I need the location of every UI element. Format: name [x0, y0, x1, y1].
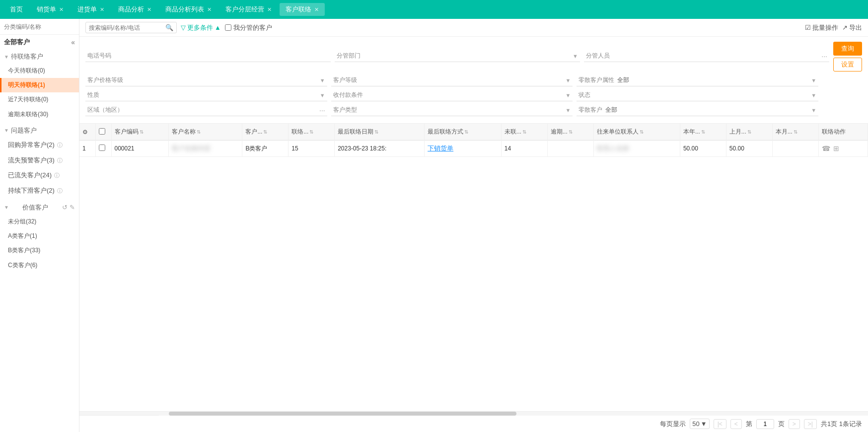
row-this-year: 50.00	[680, 141, 726, 157]
filter-group-3a: 性质 ▼	[85, 89, 327, 101]
sidebar-item-abnormal[interactable]: 回购异常客户(2) ⓘ	[0, 138, 79, 153]
filter-row-3: 性质 ▼ 收付款条件 ▼ 状态 ▼	[85, 89, 862, 101]
grid-action-icon[interactable]: ⊞	[833, 144, 839, 152]
col-gear[interactable]: ⚙	[79, 124, 95, 141]
filter-customer-level[interactable]: 客户等级 ▼	[331, 74, 573, 86]
next-page-btn[interactable]: >	[789, 419, 800, 429]
search-input[interactable]	[89, 24, 163, 31]
sort-icon-last-month[interactable]: ⇅	[747, 129, 751, 135]
batch-op-btn[interactable]: ☑ 批量操作	[805, 23, 838, 32]
filter-group-3c: 状态 ▼	[577, 89, 818, 101]
sidebar-item-lost[interactable]: 已流失客户(24) ⓘ	[0, 168, 79, 183]
sort-icon-not-contacted[interactable]: ⇅	[522, 129, 526, 135]
my-customers-check[interactable]	[225, 24, 231, 31]
last-page-btn[interactable]: >|	[804, 419, 817, 429]
info-icon-lost-warning: ⓘ	[57, 157, 63, 163]
edit-icon[interactable]: ✎	[70, 204, 75, 211]
row-action: ☎ ⊞	[818, 141, 868, 157]
sort-icon-name[interactable]: ⇅	[197, 129, 201, 135]
sort-icon-code[interactable]: ⇅	[140, 129, 144, 135]
sidebar-item-b-class[interactable]: B类客户(33)	[0, 243, 79, 258]
filter-retail[interactable]: 零散客户 全部 ▼	[577, 104, 818, 116]
filter-payment[interactable]: 收付款条件 ▼	[331, 89, 573, 101]
nav-customer-tier[interactable]: 客户分层经营 ✕	[219, 3, 278, 16]
scrollbar-thumb[interactable]	[169, 412, 516, 416]
nav-sales[interactable]: 销货单 ✕	[31, 3, 70, 16]
nav-home[interactable]: 首页	[4, 3, 29, 16]
sort-icon-this-year[interactable]: ⇅	[701, 129, 705, 135]
nav-close-customer-contact[interactable]: ✕	[314, 6, 319, 13]
nav-product-analysis[interactable]: 商品分析 ✕	[112, 3, 157, 16]
my-customers-checkbox[interactable]: 我分管的客户	[225, 23, 272, 32]
sidebar-item-lost-warning[interactable]: 流失预警客户(3) ⓘ	[0, 153, 79, 168]
sidebar-item-overdue[interactable]: 逾期未联络(30)	[0, 107, 79, 122]
filter-dept[interactable]: 分管部门 ▼	[335, 50, 580, 62]
row-select-checkbox[interactable]	[99, 144, 105, 151]
sidebar-item-ungrouped[interactable]: 未分组(32)	[0, 215, 79, 229]
settings-button[interactable]: 设置	[833, 58, 862, 72]
sidebar-item-7days[interactable]: 近7天待联络(0)	[0, 92, 79, 107]
col-last-month: 上月...⇅	[726, 124, 772, 141]
advanced-filter-panel: 电话号码 分管部门 ▼ 分管人员 ···	[79, 37, 868, 124]
more-conditions-btn[interactable]: ▽ 更多条件 ▲	[181, 23, 221, 32]
col-this-month: 本月...⇅	[772, 124, 818, 141]
sidebar-item-a-class[interactable]: A类客户(1)	[0, 229, 79, 243]
scrollbar-track	[159, 412, 868, 416]
first-page-btn[interactable]: |<	[714, 419, 726, 429]
filter-nature[interactable]: 性质 ▼	[85, 89, 327, 101]
nav-close-customer-tier[interactable]: ✕	[267, 6, 272, 13]
filter-manager[interactable]: 分管人员 ···	[584, 50, 829, 62]
row-overdue	[547, 141, 593, 157]
per-page-select[interactable]: 50 ▼	[690, 419, 709, 429]
sort-icon-last-method[interactable]: ⇅	[464, 129, 468, 135]
filter-customer-type[interactable]: 客户类型 ▼	[331, 104, 573, 116]
nav-customer-contact[interactable]: 客户联络 ✕	[280, 3, 325, 16]
info-icon-abnormal: ⓘ	[57, 142, 63, 148]
select-all-checkbox[interactable]	[99, 128, 105, 135]
row-seq: 1	[79, 141, 95, 157]
filter-group-4c: 零散客户 全部 ▼	[577, 104, 818, 116]
page-input[interactable]	[756, 419, 774, 429]
prev-page-btn[interactable]: <	[730, 419, 742, 429]
filter-status[interactable]: 状态 ▼	[577, 89, 818, 101]
sidebar-collapse-icon[interactable]: «	[71, 38, 75, 46]
nav-close-product-analysis[interactable]: ✕	[147, 6, 151, 13]
row-last-month: 50.00	[726, 141, 772, 157]
filter-group-2c: 零散客户属性 全部 ▼	[577, 74, 818, 86]
search-icon[interactable]: 🔍	[165, 24, 173, 31]
dots-icon-manager[interactable]: ···	[821, 52, 827, 60]
sidebar-item-today[interactable]: 今天待联络(0)	[0, 64, 79, 78]
chevron-down-icon-payment: ▼	[565, 92, 571, 98]
phone-action-icon[interactable]: ☎	[822, 144, 830, 152]
sort-icon-overdue[interactable]: ⇅	[569, 129, 573, 135]
sidebar-item-c-class[interactable]: C类客户(6)	[0, 258, 79, 273]
search-wrap: 🔍	[85, 22, 177, 33]
row-type: B类客户	[242, 141, 289, 157]
sidebar-item-tomorrow[interactable]: 明天待联络(1)	[0, 78, 79, 92]
customer-table: ⚙ 客户编码⇅ 客户名称⇅ 客户...⇅ 联络...⇅ 最后联络日期⇅ 最后联络…	[79, 124, 868, 157]
filter-group-3b: 收付款条件 ▼	[331, 89, 573, 101]
sort-icon-type[interactable]: ⇅	[263, 129, 267, 135]
export-btn[interactable]: ↗ 导出	[842, 23, 862, 32]
query-button[interactable]: 查询	[833, 42, 862, 56]
sort-icon-contact-count[interactable]: ⇅	[309, 129, 313, 135]
filter-phone[interactable]: 电话号码	[85, 50, 331, 62]
sort-icon-contact-person[interactable]: ⇅	[640, 129, 644, 135]
sidebar: 🔍 全部客户 « 待联络客户 今天待联络(0) 明天待联络(1) 近7天待联络(…	[0, 19, 79, 432]
dots-icon-region[interactable]: ···	[319, 106, 325, 114]
sort-icon-last-date[interactable]: ⇅	[374, 129, 378, 135]
refresh-icon[interactable]: ↺	[62, 204, 68, 211]
filter-price-level[interactable]: 客户价格等级 ▼	[85, 74, 327, 86]
last-method-link[interactable]: 下销货单	[428, 144, 453, 152]
nav-close-purchase[interactable]: ✕	[100, 6, 104, 13]
nav-purchase[interactable]: 进货单 ✕	[72, 3, 110, 16]
nav-close-product-analysis-list[interactable]: ✕	[207, 6, 212, 13]
sidebar-item-declining[interactable]: 持续下滑客户(2) ⓘ	[0, 183, 79, 199]
sidebar-search-input[interactable]	[4, 23, 78, 30]
filter-retail-attr[interactable]: 零散客户属性 全部 ▼	[577, 74, 818, 86]
col-contact-person: 往来单位联系人⇅	[593, 124, 680, 141]
sort-icon-this-month[interactable]: ⇅	[794, 129, 797, 135]
filter-region[interactable]: 区域（地区） ···	[85, 104, 327, 116]
nav-close-sales[interactable]: ✕	[59, 6, 64, 13]
nav-product-analysis-list[interactable]: 商品分析列表 ✕	[159, 3, 217, 16]
